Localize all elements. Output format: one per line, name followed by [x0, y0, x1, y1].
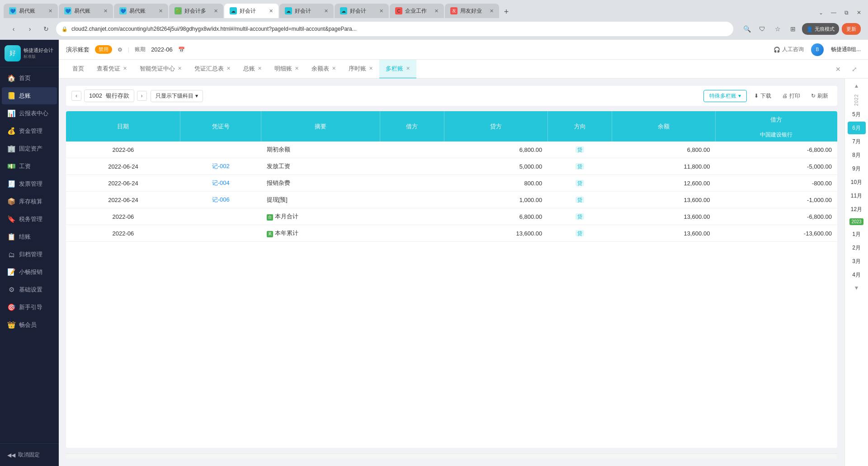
sidebar-item-expense[interactable]: 📝 小畅报销: [2, 264, 57, 281]
minimize-button[interactable]: —: [828, 7, 839, 18]
cal-month-aug[interactable]: 8月: [848, 149, 866, 161]
browser-tab-4[interactable]: 🟢 好会计多 ✕: [169, 4, 223, 18]
page-tab-detail[interactable]: 明细账 ✕: [268, 60, 305, 79]
print-button[interactable]: 🖨 打印: [778, 90, 804, 102]
cal-month-apr[interactable]: 4月: [848, 268, 866, 281]
browser-tab-2[interactable]: 💙 易代账 ✕: [59, 4, 113, 18]
cal-month-feb[interactable]: 2月: [848, 241, 866, 254]
sidebar-item-ledger[interactable]: 📒 总账: [2, 87, 57, 104]
calendar-down-button[interactable]: ▼: [851, 282, 862, 293]
browser-tab-9[interactable]: 友 用友好业 ✕: [445, 4, 499, 18]
star-icon[interactable]: ☆: [771, 23, 784, 35]
filter-dropdown[interactable]: 只显示下级科目 ▾: [151, 90, 203, 102]
calendar-icon[interactable]: 📅: [178, 47, 185, 53]
sidebar-item-tax[interactable]: 🔖 税务管理: [2, 211, 57, 228]
tab-close-9[interactable]: ✕: [490, 8, 494, 14]
cal-month-dec[interactable]: 12月: [848, 203, 866, 216]
tab-close-voucher[interactable]: ✕: [123, 66, 127, 71]
page-tab-seq[interactable]: 序时账 ✕: [342, 60, 379, 79]
browser-tab-1[interactable]: 💙 易代账 ✕: [4, 4, 58, 18]
refresh-button[interactable]: ↻ 刷新: [807, 90, 832, 102]
prev-account-button[interactable]: ‹: [71, 91, 81, 101]
sidebar-item-settings[interactable]: ⚙ 基础设置: [2, 281, 57, 298]
ledger-table: 日期 凭证号 摘要 借方 贷方 方向 余额 借方 中国建设银行: [66, 111, 837, 242]
sidebar-item-assets[interactable]: 🏢 固定资产: [2, 140, 57, 157]
sidebar-item-home[interactable]: 🏠 首页: [2, 70, 57, 87]
sidebar-item-close[interactable]: 📋 结账: [2, 228, 57, 245]
voucher-link[interactable]: 记-006: [212, 196, 230, 203]
year-2023-badge[interactable]: 2023: [849, 218, 863, 225]
tab-close-multi[interactable]: ✕: [406, 66, 410, 71]
tab-close-balance[interactable]: ✕: [332, 66, 336, 71]
tab-list-button[interactable]: ⌄: [816, 7, 826, 18]
cal-month-mar[interactable]: 3月: [848, 255, 866, 268]
settings-icon[interactable]: ⚙: [118, 47, 123, 53]
refresh-button[interactable]: ↻: [40, 23, 52, 35]
customer-service-button[interactable]: 🎧 人工咨询: [774, 46, 804, 53]
page-tab-voucher[interactable]: 查看凭证 ✕: [90, 60, 133, 79]
voucher-link[interactable]: 记-004: [212, 179, 230, 186]
calendar-up-button[interactable]: ▲: [851, 80, 862, 91]
sidebar-item-member[interactable]: 👑 畅会员: [2, 316, 57, 334]
browser-tab-5[interactable]: ☁ 好会计 ✕: [224, 4, 278, 18]
page-tab-smart[interactable]: 智能凭证中心 ✕: [133, 60, 188, 79]
user-avatar[interactable]: B: [811, 43, 824, 56]
tab-close-8[interactable]: ✕: [434, 8, 439, 14]
forward-button[interactable]: ›: [24, 23, 36, 35]
expand-tabs-button[interactable]: ⤢: [848, 63, 861, 75]
new-tab-button[interactable]: +: [500, 5, 513, 18]
tab-close-5[interactable]: ✕: [269, 8, 273, 14]
unpin-button[interactable]: ◀◀ 取消固定: [2, 447, 57, 462]
search-icon[interactable]: 🔍: [741, 23, 753, 35]
tab-close-detail[interactable]: ✕: [295, 66, 299, 71]
cal-month-sep[interactable]: 9月: [848, 162, 866, 175]
cal-month-jun[interactable]: 6月: [848, 122, 866, 134]
page-tab-home[interactable]: 首页: [66, 60, 90, 79]
cal-month-may[interactable]: 5月: [848, 108, 866, 121]
download-button[interactable]: ⬇ 下载: [750, 90, 775, 102]
tab-close-summary[interactable]: ✕: [226, 66, 231, 71]
sidebar-item-payroll[interactable]: 💵 工资: [2, 158, 57, 175]
close-window-button[interactable]: ✕: [854, 7, 864, 18]
tab-close-1[interactable]: ✕: [48, 8, 52, 14]
special-account-button[interactable]: 特殊多栏账 ▾: [703, 90, 747, 102]
next-account-button[interactable]: ›: [137, 91, 147, 101]
browser-tab-3[interactable]: 💙 易代账 ✕: [114, 4, 168, 18]
bottom-scrollbar[interactable]: [66, 453, 837, 459]
sidebar-item-funds[interactable]: 💰 资金管理: [2, 122, 57, 140]
cal-month-jan[interactable]: 1月: [848, 228, 866, 240]
sidebar-item-inventory[interactable]: 📦 库存核算: [2, 193, 57, 210]
voucher-link[interactable]: 记-002: [212, 163, 230, 169]
browser-tab-6[interactable]: ☁ 好会计 ✕: [279, 4, 334, 18]
wuhen-mode-button[interactable]: 👤 无痕模式: [802, 23, 839, 35]
tab-close-6[interactable]: ✕: [324, 8, 328, 14]
url-bar[interactable]: 🔒 cloud2.chanjet.com/accounting/uh26t264…: [56, 22, 733, 36]
tab-close-4[interactable]: ✕: [214, 8, 218, 14]
account-selector[interactable]: 1002 银行存款: [84, 89, 134, 102]
page-tab-balance[interactable]: 余额表 ✕: [305, 60, 342, 79]
cal-month-oct[interactable]: 10月: [848, 176, 866, 188]
page-tab-general[interactable]: 总账 ✕: [237, 60, 268, 79]
sidebar-item-invoice[interactable]: 🧾 发票管理: [2, 175, 57, 193]
cal-month-nov[interactable]: 11月: [848, 189, 866, 202]
back-button[interactable]: ‹: [7, 23, 20, 35]
tab-close-3[interactable]: ✕: [159, 8, 163, 14]
tab-close-7[interactable]: ✕: [379, 8, 383, 14]
tab-close-seq[interactable]: ✕: [369, 66, 373, 71]
shield-icon[interactable]: 🛡: [756, 23, 769, 35]
update-button[interactable]: 更新: [842, 23, 861, 35]
tab-close-general[interactable]: ✕: [258, 66, 262, 71]
cal-month-jul[interactable]: 7月: [848, 135, 866, 148]
tab-close-2[interactable]: ✕: [104, 8, 108, 14]
sidebar-item-guide[interactable]: 🎯 新手引导: [2, 299, 57, 316]
tab-close-smart[interactable]: ✕: [178, 66, 182, 71]
browser-tab-8[interactable]: C 企业工作 ✕: [390, 4, 444, 18]
sidebar-item-archive[interactable]: 🗂 归档管理: [2, 246, 57, 263]
page-tab-summary[interactable]: 凭证汇总表 ✕: [188, 60, 237, 79]
browser-tab-7[interactable]: ☁ 好会计 ✕: [335, 4, 389, 18]
sidebar-item-reports[interactable]: 📊 云报表中心: [2, 105, 57, 122]
collapse-tabs-button[interactable]: ✕: [832, 63, 844, 75]
page-tab-multi[interactable]: 多栏账 ✕: [379, 60, 416, 79]
restore-button[interactable]: ⧉: [841, 7, 852, 18]
sidebar-panel-icon[interactable]: ⊞: [787, 23, 799, 35]
